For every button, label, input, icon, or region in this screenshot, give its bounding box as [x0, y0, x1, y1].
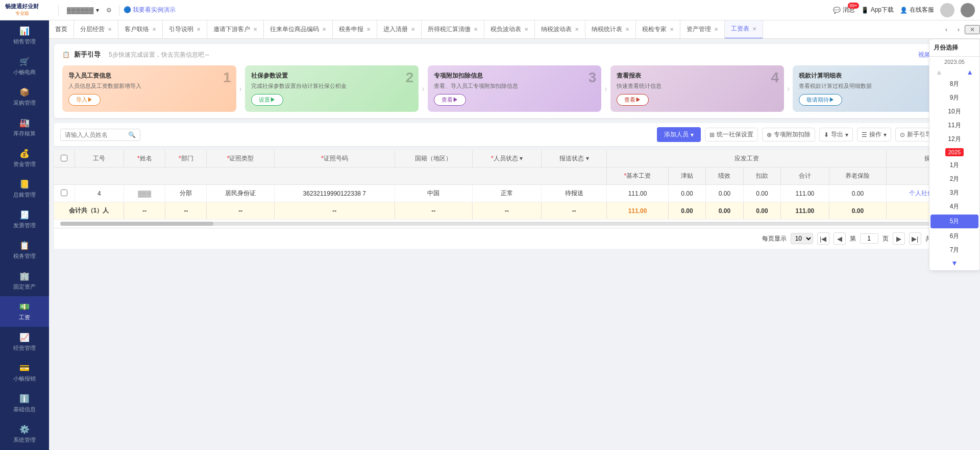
tab-11[interactable]: 纳税统计表✕	[585, 20, 636, 39]
tab-4[interactable]: 邀请下游客户✕	[207, 20, 264, 39]
tab-close-7[interactable]: ✕	[411, 27, 415, 32]
tab-prev-button[interactable]: ‹	[940, 20, 952, 39]
special-deduction-label: 专项附加扣除	[774, 130, 811, 139]
month-item-3[interactable]: 3月	[929, 186, 979, 200]
tab-7[interactable]: 进入清册✕	[377, 20, 422, 39]
tab-close-6[interactable]: ✕	[366, 27, 371, 32]
tab-label-13: 资产管理	[687, 25, 711, 34]
sidebar-item-0[interactable]: 📊销售管理	[0, 20, 49, 51]
step-3-btn[interactable]: 查看▶	[434, 94, 466, 106]
step-4-btn[interactable]: 查看▶	[617, 94, 649, 106]
month-item-8[interactable]: 8月	[929, 77, 979, 91]
new-guide-icon: ⊙	[900, 131, 905, 138]
tab-home[interactable]: 首页	[49, 20, 74, 39]
tab-14[interactable]: 工资表✕	[725, 20, 763, 39]
operation-btn[interactable]: ☰ 操作 ▾	[857, 128, 891, 141]
sidebar-item-10[interactable]: 📈经营管理	[0, 327, 49, 358]
sidebar-item-1[interactable]: 🛒小畅电商	[0, 51, 49, 82]
tab-6[interactable]: 税务申报✕	[333, 20, 377, 39]
month-scroll-down-btn[interactable]: ▼	[949, 259, 960, 267]
tab-next-button[interactable]: ›	[952, 20, 965, 39]
tab-close-4[interactable]: ✕	[253, 27, 257, 32]
sidebar-item-6[interactable]: 🧾发票管理	[0, 204, 49, 235]
month-item-5[interactable]: 5月	[930, 215, 978, 228]
sidebar-item-12[interactable]: ℹ️基础信息	[0, 388, 49, 419]
search-input[interactable]	[65, 131, 126, 138]
sidebar-item-11[interactable]: 💳小畅报销	[0, 358, 49, 388]
page-next-button[interactable]: ▶	[893, 232, 905, 245]
tab-13[interactable]: 资产管理✕	[680, 20, 725, 39]
step-5-btn[interactable]: 敬请期待▶	[799, 94, 842, 106]
month-item-7[interactable]: 7月	[929, 243, 979, 257]
tab-9[interactable]: 税负波动表✕	[484, 20, 535, 39]
month-item-6[interactable]: 6月	[929, 229, 979, 243]
tab-close-all-button[interactable]: ✕	[965, 25, 980, 34]
tab-close-13[interactable]: ✕	[714, 27, 718, 32]
tab-2[interactable]: 客户联络✕	[118, 20, 163, 39]
tab-close-14[interactable]: ✕	[752, 26, 756, 32]
export-btn[interactable]: ⬇ 导出 ▾	[819, 128, 853, 141]
month-item-1[interactable]: 1月	[929, 158, 979, 172]
step-2-btn[interactable]: 设置▶	[251, 94, 283, 106]
page-size-select[interactable]: 10 20 50	[791, 233, 813, 244]
app-download-button[interactable]: 📱 App下载	[861, 6, 894, 14]
row-checkbox[interactable]	[61, 190, 67, 196]
month-item-4[interactable]: 4月	[929, 200, 979, 214]
footer-dash-6: --	[472, 202, 542, 220]
tab-close-8[interactable]: ✕	[474, 27, 478, 32]
tab-close-2[interactable]: ✕	[152, 27, 156, 32]
step-1-btn[interactable]: 导入▶	[68, 94, 101, 106]
company-selector[interactable]: ▓▓▓▓▓▓ ▾	[63, 7, 103, 14]
message-button[interactable]: 💬 消息 99+	[833, 6, 855, 14]
tab-12[interactable]: 税检专家✕	[636, 20, 680, 39]
step-2-num: 2	[406, 69, 414, 86]
select-all-checkbox[interactable]	[61, 155, 67, 161]
month-item-11[interactable]: 11月	[929, 119, 979, 132]
month-down-btn[interactable]: ▲	[964, 68, 975, 76]
sidebar-item-7[interactable]: 📋税务管理	[0, 235, 49, 266]
tab-3[interactable]: 引导说明✕	[163, 20, 207, 39]
tab-close-1[interactable]: ✕	[108, 27, 112, 32]
tab-label-10: 纳税波动表	[541, 25, 572, 34]
tab-close-9[interactable]: ✕	[524, 27, 528, 32]
month-item-10[interactable]: 10月	[929, 105, 979, 119]
tab-5[interactable]: 往来单位商品编码✕	[264, 20, 333, 39]
user-avatar[interactable]	[940, 3, 954, 17]
unified-social-btn[interactable]: ⊞ 统一社保设置	[705, 128, 758, 141]
tab-close-5[interactable]: ✕	[322, 27, 326, 32]
row-checkbox-cell[interactable]	[54, 185, 75, 202]
sidebar-item-13[interactable]: ⚙️系统管理	[0, 419, 49, 449]
month-item-2[interactable]: 2月	[929, 172, 979, 186]
user-avatar2[interactable]	[961, 3, 975, 17]
sidebar-item-3[interactable]: 🏭库存核算	[0, 112, 49, 143]
page-last-button[interactable]: ▶|	[909, 232, 921, 245]
online-service-button[interactable]: 👤 在线客服	[900, 6, 934, 14]
tab-10[interactable]: 纳税波动表✕	[535, 20, 585, 39]
scrollbar-thumb[interactable]	[60, 222, 213, 226]
demo-link[interactable]: 🔵 我要看实例演示	[124, 6, 176, 14]
sidebar-item-5[interactable]: 📒总账管理	[0, 174, 49, 204]
settings-icon[interactable]: ⚙	[106, 7, 112, 14]
tab-close-11[interactable]: ✕	[625, 27, 629, 32]
tab-close-12[interactable]: ✕	[670, 27, 674, 32]
tab-8[interactable]: 所得税汇算清缴✕	[422, 20, 484, 39]
th-select-all[interactable]	[54, 150, 75, 168]
tab-1[interactable]: 分层经营✕	[74, 20, 118, 39]
search-box[interactable]: 🔍	[60, 129, 140, 141]
page-prev-button[interactable]: ◀	[834, 232, 846, 245]
sidebar-item-8[interactable]: 🏢固定资产	[0, 266, 49, 296]
tab-close-10[interactable]: ✕	[575, 27, 579, 32]
horizontal-scrollbar[interactable]	[60, 222, 969, 226]
sidebar-item-2[interactable]: 📦采购管理	[0, 82, 49, 112]
month-item-9[interactable]: 9月	[929, 91, 979, 105]
sidebar-item-9[interactable]: 💵工资	[0, 296, 49, 327]
month-up-btn[interactable]: ▲	[934, 68, 945, 76]
page-first-button[interactable]: |◀	[817, 232, 829, 245]
month-item-12[interactable]: 12月	[929, 132, 979, 146]
add-person-button[interactable]: 添加人员 ▾	[657, 127, 701, 142]
special-deduction-btn[interactable]: ⊕ 专项附加扣除	[762, 128, 815, 141]
page-number-input[interactable]	[860, 233, 878, 244]
search-icon[interactable]: 🔍	[128, 131, 136, 138]
tab-close-3[interactable]: ✕	[197, 27, 201, 32]
sidebar-item-4[interactable]: 💰资金管理	[0, 143, 49, 174]
